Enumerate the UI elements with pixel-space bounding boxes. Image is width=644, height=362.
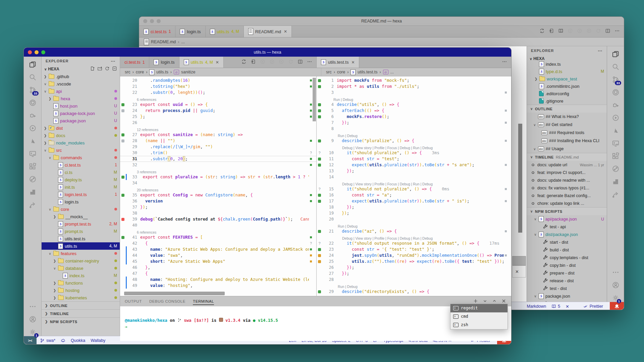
tree-item-login-ts[interactable]: Slogin.ts bbox=[42, 198, 120, 205]
remote-indicator[interactable]: >< bbox=[24, 336, 37, 345]
editor-utils-ts[interactable]: 20 .randomBytes(16)21 .toString("hex")22… bbox=[120, 76, 317, 296]
tree-item--gitignore[interactable]: .gitignore bbox=[527, 97, 607, 105]
npm-script-package-json[interactable]: ∨Spackage.json bbox=[527, 292, 607, 300]
npm-script-copy-bin-dist[interactable]: copy:bin - dist bbox=[527, 261, 607, 269]
newfile-button[interactable] bbox=[90, 66, 95, 72]
tree-item-commands[interactable]: ∨commands bbox=[42, 154, 120, 161]
tree-item-node-modules[interactable]: ❯node_modules bbox=[42, 139, 120, 146]
tree-item-ci-test-ts[interactable]: Sci.test.ts1 bbox=[42, 161, 120, 169]
more-actions-icon[interactable]: ⋯ bbox=[598, 48, 603, 53]
activity-run[interactable] bbox=[24, 124, 41, 132]
tree-item-hexa[interactable]: ❯hexa bbox=[42, 95, 120, 102]
vertical-scrollbar[interactable] bbox=[313, 78, 316, 121]
section-npm-scripts[interactable]: ∨NPM SCRIPTS bbox=[527, 207, 607, 215]
close-tab-icon[interactable]: ✕ bbox=[216, 60, 219, 65]
activity-run[interactable] bbox=[607, 114, 624, 122]
tree-item-docs[interactable]: ❯docs bbox=[42, 132, 120, 139]
section-timeline[interactable]: ∨TIMELINEREADME.md bbox=[527, 153, 607, 161]
npm-script-copy-templates-dist[interactable]: copy:templates - dist bbox=[527, 254, 607, 261]
refresh-action[interactable] bbox=[596, 28, 601, 35]
codelens[interactable]: 6 references bbox=[120, 96, 316, 102]
editor-utils-test-ts[interactable]: 1import mockFs from "mock-fs";2import * … bbox=[317, 76, 511, 296]
tree-item-kubernetes[interactable]: ❯kubernetes bbox=[42, 294, 120, 301]
navback-action[interactable] bbox=[260, 59, 265, 66]
ellipsis-action[interactable] bbox=[614, 28, 620, 35]
minimize-button[interactable] bbox=[35, 50, 39, 54]
tab-utils-test-ts[interactable]: Sutils.test.ts✕ bbox=[317, 57, 359, 68]
crumb[interactable]: core bbox=[337, 70, 345, 74]
tab-utils-ts[interactable]: Sutils.ts4, M bbox=[206, 26, 244, 37]
activity-debug[interactable] bbox=[24, 112, 41, 119]
runsmall-action[interactable] bbox=[586, 28, 592, 35]
timeline-item[interactable]: feat: improve CI support... bbox=[527, 169, 607, 176]
tree-item-utils-test-ts[interactable]: Sutils.test.ts bbox=[42, 235, 120, 242]
tree-item-features[interactable]: ∨features bbox=[42, 250, 120, 257]
crumb[interactable]: core bbox=[136, 70, 144, 74]
terminal-profile-regedit[interactable]: ❯regedit bbox=[450, 304, 507, 312]
activity-account[interactable] bbox=[24, 315, 41, 323]
tree-item--mocks-[interactable]: ❯__mocks__ bbox=[42, 213, 120, 220]
navback-action[interactable] bbox=[568, 28, 573, 35]
codelens[interactable]: Run | Debug bbox=[317, 222, 511, 228]
npm-script-start-dist[interactable]: start - dist bbox=[527, 238, 607, 246]
tab-login-ts[interactable]: Slogin.ts bbox=[175, 26, 205, 37]
newfolder-button[interactable] bbox=[97, 66, 102, 72]
ellipsis-action[interactable] bbox=[502, 59, 507, 66]
tree-item-workspace-test[interactable]: ❯workspace_test bbox=[527, 75, 607, 82]
section-outline[interactable]: ∨OUTLINE bbox=[527, 105, 607, 113]
sync-action[interactable] bbox=[241, 59, 247, 66]
terminal-profile-zsh[interactable]: ❯zsh bbox=[450, 321, 507, 329]
status-markdown[interactable]: Markdown bbox=[527, 304, 546, 309]
timeline-item[interactable]: feat: generate Bazel config... bbox=[527, 192, 607, 199]
terminal-profile-cmd[interactable]: ❯cmd bbox=[450, 312, 507, 321]
codelens[interactable]: Run | Debug bbox=[317, 283, 511, 289]
activity-scm[interactable]: 33 bbox=[607, 76, 624, 83]
tree-item-host-json[interactable]: Shost.jsonU bbox=[42, 102, 120, 110]
tree-item-ci-ts[interactable]: Sci.tsM bbox=[42, 169, 120, 176]
back-breadcrumb[interactable]: README.md›... bbox=[139, 38, 624, 46]
panel-tab-terminal[interactable]: TERMINAL bbox=[193, 299, 214, 305]
crumb[interactable]: src bbox=[125, 70, 130, 74]
navfwd-action[interactable] bbox=[577, 28, 582, 35]
more-actions-icon[interactable]: ⋯ bbox=[111, 58, 116, 64]
terminal-body[interactable]: @manekinekko/hexa on swa [$x!?] is v1.3.… bbox=[120, 306, 511, 341]
preview-action[interactable] bbox=[558, 28, 564, 35]
tree-item-api[interactable]: ∨api bbox=[42, 87, 120, 95]
crumb-symbol[interactable]: sanitize bbox=[181, 70, 195, 74]
tree-item-init-ts[interactable]: Sinit.tsM bbox=[42, 183, 120, 191]
status-cloud[interactable] bbox=[61, 338, 65, 343]
split-action[interactable] bbox=[605, 28, 610, 35]
extension-red-button[interactable] bbox=[610, 302, 624, 310]
tree-item-index-ts[interactable]: Sindex.ts bbox=[527, 60, 607, 68]
workspace-row[interactable]: ∨ HEXA bbox=[42, 65, 120, 73]
codelens[interactable]: Debug | View story | Profile | Focus | D… bbox=[317, 234, 511, 240]
crumb[interactable]: src bbox=[326, 70, 332, 74]
npm-script-prepare-dist[interactable]: prepare - dist bbox=[527, 269, 607, 277]
tree-item--github[interactable]: ❯.github bbox=[42, 73, 120, 80]
right-breadcrumb[interactable]: src›core›Sutils.test.ts›@... bbox=[321, 68, 511, 76]
crumb[interactable]: README.md bbox=[151, 40, 176, 44]
tree-item-hosting[interactable]: ❯hosting bbox=[42, 287, 120, 294]
sync-action[interactable] bbox=[539, 28, 545, 35]
tree-item-login-test-ts[interactable]: Slogin.test.ts1 bbox=[42, 191, 120, 198]
activity-npm[interactable] bbox=[24, 175, 41, 183]
npm-script-dist-package-json[interactable]: ∨Sdist/package.json bbox=[527, 231, 607, 238]
activity-debug[interactable] bbox=[607, 101, 624, 109]
tree-item-deploy-ts[interactable]: Sdeploy.tsM bbox=[42, 176, 120, 183]
npm-script-start[interactable]: start bbox=[527, 300, 607, 302]
status-swa-[interactable]: swa* bbox=[40, 338, 55, 343]
runsmall-action[interactable] bbox=[279, 59, 284, 66]
tree-item-package-json[interactable]: Spackage.jsonU bbox=[42, 117, 120, 124]
activity-gear[interactable]: 1 bbox=[24, 328, 41, 336]
back-titlebar[interactable]: README.md — hexa bbox=[139, 17, 624, 26]
activity-files[interactable] bbox=[24, 61, 41, 68]
outline-item[interactable]: ∨abc## Usage bbox=[527, 145, 607, 153]
gofile-action[interactable] bbox=[549, 28, 554, 35]
horizontal-scrollbar[interactable] bbox=[124, 292, 225, 295]
activity-azure[interactable] bbox=[24, 137, 41, 145]
codelens[interactable]: Debug | View story | Profile | Focus | D… bbox=[317, 144, 511, 150]
activity-github[interactable] bbox=[24, 99, 41, 107]
ellipsis-action[interactable] bbox=[307, 59, 312, 66]
close-tab-icon[interactable]: ✕ bbox=[284, 29, 287, 34]
crumb[interactable]: ... bbox=[181, 40, 185, 44]
